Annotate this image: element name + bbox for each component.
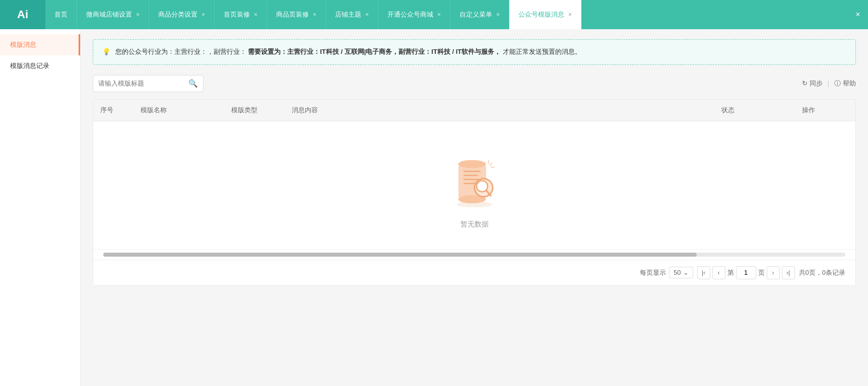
th-name: 模版名称 xyxy=(133,100,224,121)
page-size-label: 每页显示 xyxy=(640,268,666,277)
tab-category-close[interactable]: × xyxy=(202,11,205,18)
nav-tabs: 首页 微商城店铺设置 × 商品分类设置 × 首页装修 × 商品页装修 × 店铺主… xyxy=(45,0,848,29)
divider: | xyxy=(828,80,829,87)
current-page-input[interactable] xyxy=(736,266,756,279)
tab-homepage[interactable]: 首页装修 × xyxy=(215,0,267,29)
th-type: 模版类型 xyxy=(224,100,285,121)
close-all-button[interactable]: × xyxy=(848,0,868,29)
prev-page-button[interactable]: ‹ xyxy=(712,266,725,279)
sidebar-item-template-record[interactable]: 模版消息记录 xyxy=(0,55,80,76)
tab-weishop[interactable]: 微商城店铺设置 × xyxy=(77,0,149,29)
empty-state: 暂无数据 xyxy=(93,121,855,249)
th-status: 状态 xyxy=(714,100,795,121)
page-label-before: 第 xyxy=(727,268,734,277)
search-input-wrap[interactable]: 🔍 xyxy=(93,75,204,92)
tab-template-msg[interactable]: 公众号模版消息 × xyxy=(509,0,581,29)
tab-wechat-mall-close[interactable]: × xyxy=(437,11,441,18)
scrollbar-thumb[interactable] xyxy=(103,253,697,257)
sync-button[interactable]: ↻ 同步 xyxy=(802,79,823,88)
tab-home[interactable]: 首页 xyxy=(45,0,77,29)
main-layout: 模版消息 模版消息记录 💡 您的公众号行业为：主营行业：，副营行业： 需要设置为… xyxy=(0,29,868,386)
tab-homepage-close[interactable]: × xyxy=(254,11,257,18)
page-navigation: |‹ ‹ 第 页 › ›| xyxy=(697,266,795,279)
tab-theme[interactable]: 店铺主题 × xyxy=(326,0,378,29)
svg-point-2 xyxy=(458,160,486,168)
scrollbar-area xyxy=(93,249,855,260)
tab-custom-menu-close[interactable]: × xyxy=(496,11,500,18)
search-left: 🔍 xyxy=(93,75,204,92)
first-page-button[interactable]: |‹ xyxy=(697,266,710,279)
page-unit: 页 xyxy=(758,268,765,277)
page-size-chevron: ⌄ xyxy=(683,269,689,276)
svg-rect-4 xyxy=(463,171,481,172)
tab-product[interactable]: 商品页装修 × xyxy=(267,0,326,29)
search-right: ↻ 同步 | ⓘ 帮助 xyxy=(802,79,856,88)
empty-text: 暂无数据 xyxy=(460,220,489,229)
tab-category[interactable]: 商品分类设置 × xyxy=(149,0,215,29)
next-page-button[interactable]: › xyxy=(767,266,780,279)
total-info: 共0页，0条记录 xyxy=(799,268,845,277)
page-size-value: 50 xyxy=(674,269,681,276)
last-page-button[interactable]: ›| xyxy=(782,266,795,279)
main-content: 💡 您的公众号行业为：主营行业：，副营行业： 需要设置为：主营行业：IT科技 /… xyxy=(81,29,868,386)
svg-line-11 xyxy=(490,163,492,166)
search-bar: 🔍 ↻ 同步 | ⓘ 帮助 xyxy=(93,75,856,92)
th-index: 序号 xyxy=(93,100,133,121)
svg-rect-6 xyxy=(463,179,479,180)
help-button[interactable]: ⓘ 帮助 xyxy=(834,79,856,88)
pagination: 每页显示 50 ⌄ |‹ ‹ 第 页 › ›| 共0页，0条记录 xyxy=(93,260,855,285)
search-icon[interactable]: 🔍 xyxy=(188,79,198,88)
app-logo: Ai xyxy=(0,0,45,29)
tab-product-close[interactable]: × xyxy=(313,11,316,18)
notice-icon: 💡 xyxy=(102,48,110,55)
pagination-select: 每页显示 50 ⌄ xyxy=(640,267,693,278)
svg-rect-5 xyxy=(463,175,478,176)
th-content: 消息内容 xyxy=(285,100,714,121)
notice-box: 💡 您的公众号行业为：主营行业：，副营行业： 需要设置为：主营行业：IT科技 /… xyxy=(93,39,856,65)
table-header: 序号 模版名称 模版类型 消息内容 状态 操作 xyxy=(93,100,855,121)
tab-weishop-close[interactable]: × xyxy=(136,11,140,18)
top-navigation: Ai 首页 微商城店铺设置 × 商品分类设置 × 首页装修 × 商品页装修 × … xyxy=(0,0,868,29)
search-input[interactable] xyxy=(98,80,188,87)
svg-rect-7 xyxy=(463,183,476,184)
scrollbar-track[interactable] xyxy=(103,253,845,257)
sidebar: 模版消息 模版消息记录 xyxy=(0,29,81,386)
sync-icon: ↻ xyxy=(802,80,808,87)
page-size-selector[interactable]: 50 ⌄ xyxy=(669,267,693,278)
help-icon: ⓘ xyxy=(834,79,841,88)
tab-wechat-mall[interactable]: 开通公众号商城 × xyxy=(378,0,450,29)
sidebar-item-template-msg[interactable]: 模版消息 xyxy=(0,34,80,55)
data-table: 序号 模版名称 模版类型 消息内容 状态 操作 xyxy=(93,99,856,286)
tab-template-msg-close[interactable]: × xyxy=(568,11,572,18)
tab-theme-close[interactable]: × xyxy=(365,11,369,18)
empty-illustration xyxy=(444,151,505,212)
tab-custom-menu[interactable]: 自定义菜单 × xyxy=(450,0,509,29)
th-action: 操作 xyxy=(795,100,855,121)
